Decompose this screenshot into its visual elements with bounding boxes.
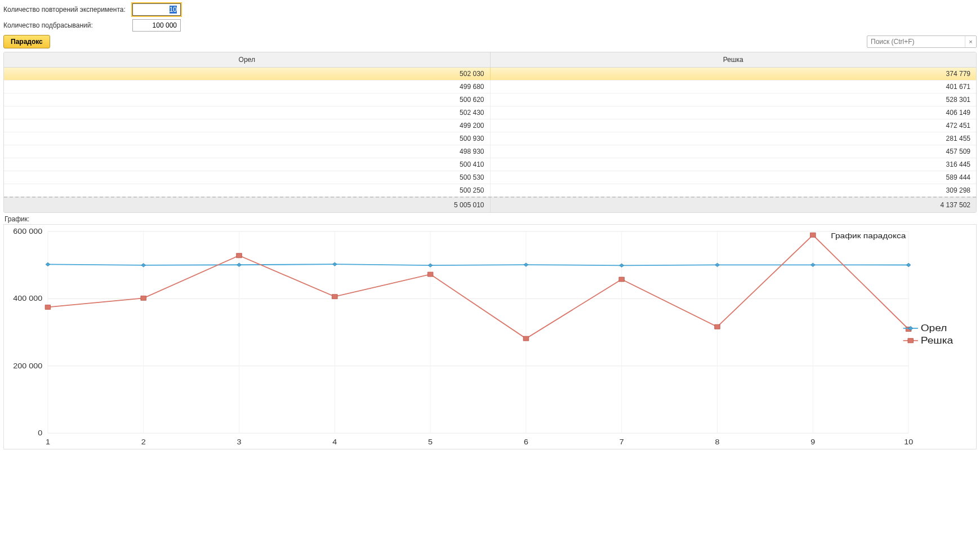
results-grid: Орел Решка 502 030374 779499 680401 6715… xyxy=(3,52,977,213)
svg-marker-35 xyxy=(715,263,720,266)
svg-marker-34 xyxy=(620,264,624,267)
repeats-label: Количество повторений эксперимента: xyxy=(3,6,130,14)
table-row[interactable]: 500 620528 301 xyxy=(4,93,976,106)
cell-orel: 500 410 xyxy=(4,158,490,171)
cell-reshka: 589 444 xyxy=(490,171,977,184)
paradox-chart: 0200 000400 000600 00012345678910График … xyxy=(3,224,977,449)
column-header-orel[interactable]: Орел xyxy=(4,52,490,67)
svg-marker-28 xyxy=(46,262,50,266)
svg-text:График парадокса: График парадокса xyxy=(831,231,906,239)
svg-marker-31 xyxy=(332,262,337,266)
tosses-input[interactable] xyxy=(132,19,181,32)
search-input[interactable] xyxy=(867,35,977,48)
cell-reshka: 316 445 xyxy=(490,158,977,171)
cell-orel: 500 620 xyxy=(4,93,490,106)
svg-rect-46 xyxy=(810,233,816,237)
form-row-tosses: Количество подбрасываний: xyxy=(3,19,977,32)
svg-marker-33 xyxy=(524,263,528,266)
chart-label: График: xyxy=(5,215,977,223)
column-header-reshka[interactable]: Решка xyxy=(490,52,977,67)
search-box: × xyxy=(867,35,977,48)
table-row[interactable]: 500 410316 445 xyxy=(4,158,976,171)
svg-marker-36 xyxy=(811,263,816,266)
svg-text:5: 5 xyxy=(428,438,433,446)
table-row[interactable]: 499 680401 671 xyxy=(4,81,976,93)
form-row-repeats: Количество повторений эксперимента: xyxy=(3,3,977,16)
cell-reshka: 309 298 xyxy=(490,184,977,197)
grid-footer: 5 005 010 4 137 502 xyxy=(4,197,976,212)
grid-header: Орел Решка xyxy=(4,52,976,68)
table-row[interactable]: 500 530589 444 xyxy=(4,171,976,184)
cell-reshka: 528 301 xyxy=(490,93,977,106)
cell-orel: 502 030 xyxy=(4,68,490,80)
svg-rect-44 xyxy=(619,277,625,282)
cell-reshka: 406 149 xyxy=(490,106,977,119)
paradox-button[interactable]: Парадокс xyxy=(3,35,50,48)
svg-text:1: 1 xyxy=(46,438,50,446)
svg-text:9: 9 xyxy=(810,438,815,446)
close-icon[interactable]: × xyxy=(965,36,976,47)
cell-reshka: 472 451 xyxy=(490,119,977,132)
svg-rect-41 xyxy=(332,295,338,299)
cell-orel: 500 250 xyxy=(4,184,490,197)
svg-text:2: 2 xyxy=(141,438,146,446)
svg-rect-45 xyxy=(715,324,720,329)
cell-orel: 498 930 xyxy=(4,145,490,158)
cell-orel: 499 680 xyxy=(4,81,490,93)
svg-rect-53 xyxy=(908,338,914,343)
svg-rect-38 xyxy=(45,305,51,309)
cell-orel: 499 200 xyxy=(4,119,490,132)
svg-text:3: 3 xyxy=(237,438,242,446)
table-row[interactable]: 502 430406 149 xyxy=(4,106,976,119)
svg-text:600 000: 600 000 xyxy=(13,228,42,235)
svg-text:400 000: 400 000 xyxy=(13,295,42,302)
svg-text:Решка: Решка xyxy=(921,335,954,345)
table-row[interactable]: 500 930281 455 xyxy=(4,132,976,145)
cell-reshka: 281 455 xyxy=(490,132,977,145)
svg-text:8: 8 xyxy=(715,438,720,446)
svg-marker-37 xyxy=(906,263,911,266)
cell-reshka: 457 509 xyxy=(490,145,977,158)
svg-text:10: 10 xyxy=(904,438,913,446)
svg-text:7: 7 xyxy=(620,438,624,446)
svg-marker-30 xyxy=(237,263,242,266)
svg-marker-29 xyxy=(141,264,146,267)
cell-orel: 502 430 xyxy=(4,106,490,119)
table-row[interactable]: 498 930457 509 xyxy=(4,145,976,158)
svg-rect-39 xyxy=(141,296,146,300)
total-orel: 5 005 010 xyxy=(4,198,490,212)
svg-rect-43 xyxy=(523,336,529,341)
cell-orel: 500 930 xyxy=(4,132,490,145)
svg-text:0: 0 xyxy=(38,429,42,437)
toolbar: Парадокс × xyxy=(3,35,977,48)
tosses-label: Количество подбрасываний: xyxy=(3,21,130,29)
table-row[interactable]: 499 200472 451 xyxy=(4,119,976,132)
svg-marker-32 xyxy=(428,264,433,267)
svg-rect-40 xyxy=(237,253,242,258)
repeats-input[interactable] xyxy=(132,3,181,16)
svg-text:4: 4 xyxy=(332,438,337,446)
svg-text:Орел: Орел xyxy=(921,323,947,333)
svg-rect-42 xyxy=(427,272,433,277)
svg-text:6: 6 xyxy=(524,438,528,446)
svg-text:200 000: 200 000 xyxy=(13,362,42,370)
cell-reshka: 374 779 xyxy=(490,68,977,80)
cell-orel: 500 530 xyxy=(4,171,490,184)
table-row[interactable]: 500 250309 298 xyxy=(4,184,976,197)
total-reshka: 4 137 502 xyxy=(490,198,977,212)
cell-reshka: 401 671 xyxy=(490,81,977,93)
table-row[interactable]: 502 030374 779 xyxy=(4,68,976,81)
